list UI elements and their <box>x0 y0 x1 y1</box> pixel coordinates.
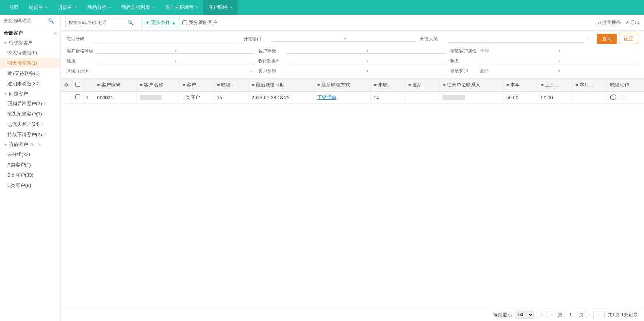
select-all-checkbox[interactable] <box>75 82 80 87</box>
col-idx <box>83 79 94 92</box>
all-customers-label[interactable]: 全部客户 « <box>0 27 60 38</box>
sidebar-item-tomorrow[interactable]: 明天待联络(1) <box>0 58 60 68</box>
chevron-down-icon-2: ▾ <box>175 49 253 53</box>
close-icon[interactable]: × <box>45 5 48 10</box>
row-cb <box>72 92 83 104</box>
sidebar-item-churn-warning[interactable]: 流失预警客户(3) ? <box>0 109 60 119</box>
close-icon[interactable]: × <box>230 5 232 10</box>
arrow-icon: ▼ <box>4 41 7 45</box>
filter-scatter-attr-dropdown[interactable]: 全部 ▾ <box>479 47 638 55</box>
nav-item-首页[interactable]: 首页 <box>4 0 24 15</box>
sidebar-item-class-a[interactable]: A类客户(1) <box>0 160 60 170</box>
filter-scatter-customer-dropdown[interactable]: 全部 ▾ <box>478 67 638 75</box>
col-gear[interactable]: ⚙ <box>61 79 72 92</box>
close-icon[interactable]: × <box>109 5 111 10</box>
row-overdue <box>405 92 440 104</box>
filter-scatter-customer: 零散客户 全部 ▾ <box>450 67 638 75</box>
sidebar-group-problem[interactable]: ▼ 问题客户 <box>0 89 60 99</box>
filter-payment-dropdown[interactable]: ▾ <box>286 58 446 64</box>
filter-price-level-dropdown[interactable]: ▾ <box>95 48 255 54</box>
search-icon-toolbar[interactable]: 🔍 <box>127 20 134 25</box>
row-checkbox[interactable] <box>75 94 80 99</box>
nav-item-进货单[interactable]: 进货单× <box>53 0 82 15</box>
export-button[interactable]: ↗ 导出 <box>625 19 640 26</box>
col-last-month: ≡ 上月... <box>538 79 573 92</box>
filter-row-3: 性质 ▾ 收付款条件 ▾ 状态 <box>67 58 638 64</box>
filter-manager-label: 分管人员 <box>420 36 446 42</box>
sidebar-search-icon[interactable]: 🔍 <box>48 18 54 24</box>
batch-button[interactable]: ☑ 批量操作 <box>596 19 621 26</box>
next-page-button[interactable]: > <box>585 311 594 318</box>
filter-nature-label: 性质 <box>67 58 92 64</box>
bottom-bar: 每页显示 50 10 20 100 |< < 第 页 > >| 共1页 1条记录 <box>61 308 644 321</box>
grid-icon[interactable]: ⋮⋮ <box>619 94 630 100</box>
help-icon[interactable]: ? <box>43 101 46 106</box>
page-size-select[interactable]: 50 10 20 100 <box>515 311 534 319</box>
prev-page-button[interactable]: < <box>548 311 556 318</box>
filter-customer-level-dropdown[interactable]: ▾ <box>286 48 446 54</box>
row-last-method: 下销货单 <box>314 92 370 104</box>
search-box: 🔍 <box>65 18 139 27</box>
close-icon[interactable]: × <box>152 5 154 10</box>
nav-item-商品分析列表[interactable]: 商品分析列表× <box>116 0 160 15</box>
nav-item-商品分析[interactable]: 商品分析× <box>82 0 116 15</box>
filter-region-dots[interactable]: ··· <box>248 69 255 74</box>
query-button[interactable]: 查询 <box>597 34 617 44</box>
col-uncontacted: ≡ 未联... <box>371 79 405 92</box>
filter-manager-dots[interactable]: ··· <box>587 36 593 41</box>
filter-customer-level: 客户等级 ▾ <box>258 48 446 54</box>
filter-manager: 分管人员 ··· <box>420 35 593 43</box>
app-container: 首页销货单×进货单×商品分析×商品分析列表×客户分层经营×客户联络× 🔍 全部客… <box>0 0 644 321</box>
filter-customer-type-dropdown[interactable]: ▾ <box>286 68 446 74</box>
row-last-date: 2023-05-23 18:25: <box>248 92 314 104</box>
page-number-input[interactable] <box>564 311 577 318</box>
edit-icon[interactable]: ✎ <box>37 142 41 147</box>
help-icon-4[interactable]: ? <box>43 132 46 137</box>
first-page-button[interactable]: |< <box>537 311 546 318</box>
filter-phone-input[interactable] <box>95 35 240 42</box>
collapse-icon[interactable]: « <box>54 30 57 36</box>
my-customers-checkbox[interactable] <box>182 20 187 25</box>
sidebar-search-input[interactable] <box>4 18 48 23</box>
filter-scatter-attr: 零散客户属性 全部 ▾ <box>450 47 638 55</box>
sidebar-item-repurchase[interactable]: 回购异常客户(2) ? <box>0 99 60 109</box>
arrow-icon-3: ▼ <box>4 143 7 147</box>
nav-item-客户联络[interactable]: 客户联络× <box>203 0 237 15</box>
filter-manager-area <box>448 35 584 43</box>
toolbar: 🔍 ▼ 更多条件 ▲ 我分管的客户 ☑ 批量操作 <box>61 15 644 31</box>
sidebar-item-churned[interactable]: 已流失客户(24) ? <box>0 119 60 130</box>
refresh-icon[interactable]: ↻ <box>31 142 35 148</box>
sidebar-group-value[interactable]: ▼ 价值客户 ↻ ✎ <box>0 140 60 149</box>
sidebar-item-7days[interactable]: 近7天待联络(0) <box>0 68 60 79</box>
setting-button[interactable]: 设置 <box>619 34 638 44</box>
filter-nature-dropdown[interactable]: ▾ <box>95 58 255 64</box>
sidebar-item-class-b[interactable]: B类客户(33) <box>0 170 60 180</box>
comment-icon[interactable]: 💬 <box>610 94 616 100</box>
help-icon-3[interactable]: ? <box>41 122 43 127</box>
close-icon[interactable]: × <box>196 5 198 10</box>
help-icon-2[interactable]: ? <box>43 112 46 116</box>
contacts-masked <box>443 95 465 100</box>
col-action: 联络动作 <box>607 79 644 92</box>
filter-status-dropdown[interactable]: ▾ <box>478 58 638 64</box>
close-icon[interactable]: × <box>74 5 77 10</box>
nav-item-销货单[interactable]: 销货单× <box>24 0 53 15</box>
more-filter-button[interactable]: ▼ 更多条件 ▲ <box>142 18 179 27</box>
sidebar-item-declining[interactable]: 持续下滑客户(2) ? <box>0 130 60 140</box>
my-customers-checkbox-label[interactable]: 我分管的客户 <box>182 19 217 26</box>
sidebar-item-class-c[interactable]: C类客户(6) <box>0 180 60 191</box>
last-method-link[interactable]: 下销货单 <box>317 94 336 100</box>
nav-item-客户分层经营[interactable]: 客户分层经营× <box>160 0 203 15</box>
last-page-button[interactable]: >| <box>595 311 605 318</box>
search-input[interactable] <box>69 20 127 25</box>
row-this-month <box>573 92 607 104</box>
sidebar-item-today[interactable]: 今天待联络(0) <box>0 48 60 58</box>
filter-price-level-label: 客户价格等级 <box>67 48 93 54</box>
filter-dept-dropdown[interactable]: ▾ <box>272 36 417 42</box>
filter-dept-label: 分管部门 <box>244 36 269 42</box>
sidebar-group-pending[interactable]: ▼ 待联络客户 <box>0 38 60 48</box>
row-type: B类客户 <box>179 92 214 104</box>
col-year: ≡ 本年... <box>503 79 538 92</box>
sidebar-item-overdue[interactable]: 逾期未联络(30) <box>0 79 60 89</box>
sidebar-item-ungrouped[interactable]: 未分组(32) <box>0 149 60 160</box>
